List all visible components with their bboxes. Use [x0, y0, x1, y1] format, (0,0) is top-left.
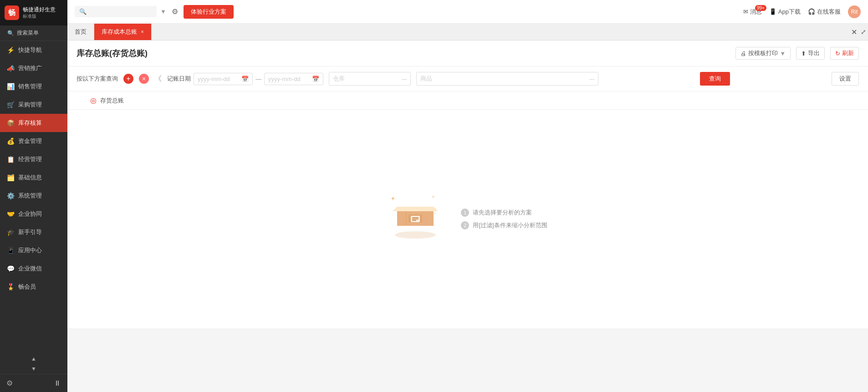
filter-collapse-icon[interactable]: 《 — [154, 74, 162, 84]
sidebar-item-operation[interactable]: 📋 经营管理 — [0, 150, 67, 168]
sidebar-item-quick-nav[interactable]: ⚡ 快捷导航 — [0, 41, 67, 59]
empty-state: ✦ ✦ ✦ 1 请先选择要分析的方案 2 用[过滤]条件来缩小分析范围 — [67, 110, 868, 328]
topbar-message[interactable]: ✉ 消息 99+ — [743, 8, 762, 16]
empty-content-row: ✦ ✦ ✦ 1 请先选择要分析的方案 2 用[过滤]条件来缩小分析范围 — [388, 189, 547, 249]
app-logo-text: 畅捷通好生意 标准版 — [23, 6, 56, 20]
date-input-group: 记账日期 yyyy-mm-dd 📅 — yyyy-mm-dd 📅 — [167, 73, 323, 85]
tab-close-icon[interactable]: × — [141, 29, 144, 35]
sidebar-item-member[interactable]: 🎖️ 畅会员 — [0, 278, 67, 296]
date-label: 记账日期 — [167, 75, 191, 83]
sidebar-item-basic[interactable]: 🗂️ 基础信息 — [0, 168, 67, 187]
tabs-bar: 首页 库存成本总账 × ✕ ⤢ — [67, 24, 868, 41]
system-icon: ⚙️ — [6, 192, 15, 200]
headset-icon: 🎧 — [808, 8, 815, 15]
enterprise-wechat-icon: 💬 — [6, 265, 15, 273]
product-select[interactable]: 商品 ··· — [416, 72, 598, 86]
refresh-icon: ↻ — [835, 50, 840, 57]
topbar-gear-icon[interactable]: ⚙ — [172, 7, 178, 16]
finance-icon: 💰 — [6, 137, 15, 145]
app-logo-icon: 畅 — [5, 5, 19, 20]
topbar-online-service[interactable]: 🎧 在线客服 — [808, 8, 841, 16]
topbar-search-area[interactable]: 🔍 — [75, 6, 157, 17]
message-icon: ✉ — [743, 8, 748, 15]
tabs-resize-icon[interactable]: ⤢ — [861, 28, 866, 36]
svg-text:✦: ✦ — [434, 211, 437, 215]
filter-label: 按以下方案查询 — [77, 75, 118, 83]
empty-svg: ✦ ✦ ✦ — [388, 189, 443, 239]
svg-text:✦: ✦ — [390, 195, 396, 202]
phone-icon: 📱 — [769, 8, 776, 15]
product-more-icon[interactable]: ··· — [589, 76, 594, 82]
sales-icon: 📊 — [6, 82, 15, 91]
sidebar-search[interactable]: 🔍 搜索菜单 — [0, 25, 67, 41]
purchase-icon: 🛒 — [6, 101, 15, 109]
industry-btn[interactable]: 体验行业方案 — [184, 5, 234, 19]
tab-inventory-ledger[interactable]: 库存成本总账 × — [94, 24, 152, 40]
tabs-bar-close-icon[interactable]: ✕ — [851, 28, 857, 36]
operation-icon: 📋 — [6, 155, 15, 163]
settings-btn[interactable]: 设置 — [832, 72, 859, 86]
page-title: 库存总账(存货总账) — [77, 48, 148, 59]
refresh-btn[interactable]: ↻ 刷新 — [830, 47, 859, 60]
topbar-app-download[interactable]: 📱 App下载 — [769, 8, 801, 16]
page-container: 库存总账(存货总账) 🖨 按模板打印 ▼ ⬆ 导出 ↻ 刷新 按以下方案查询 — [67, 41, 868, 392]
date-end-input[interactable]: yyyy-mm-dd 📅 — [264, 73, 323, 85]
sidebar-item-purchase[interactable]: 🛒 采购管理 — [0, 96, 67, 114]
enterprise-icon: 🤝 — [6, 210, 15, 218]
print-btn[interactable]: 🖨 按模板打印 ▼ — [735, 47, 791, 60]
topbar-user[interactable]: Rit — [848, 5, 861, 18]
date-start-input[interactable]: yyyy-mm-dd 📅 — [194, 73, 253, 85]
sub-filter-text: 存货总账 — [100, 97, 124, 105]
sidebar-item-system[interactable]: ⚙️ 系统管理 — [0, 187, 67, 205]
inventory-icon: 📦 — [6, 119, 15, 127]
svg-point-0 — [395, 231, 436, 239]
export-btn[interactable]: ⬆ 导出 — [796, 47, 825, 60]
print-icon: 🖨 — [740, 50, 746, 57]
sidebar-scroll-up[interactable]: ▲ — [0, 354, 67, 364]
sidebar-item-enterprise[interactable]: 🤝 企业协同 — [0, 205, 67, 223]
topbar-search-text — [89, 8, 117, 15]
filter-del-btn[interactable]: × — [139, 74, 149, 84]
topbar-search-icon: 🔍 — [79, 8, 87, 15]
sidebar-logo: 畅 畅捷通好生意 标准版 — [0, 0, 67, 25]
query-btn[interactable]: 查询 — [700, 72, 730, 86]
sidebar: 畅 畅捷通好生意 标准版 🔍 搜索菜单 ⚡ 快捷导航 📣 营销推广 📊 销售管理… — [0, 0, 67, 392]
marketing-icon: 📣 — [6, 64, 15, 72]
settings-footer-icon[interactable]: ⚙ — [6, 379, 13, 387]
sidebar-item-newbie[interactable]: 🎓 新手引导 — [0, 223, 67, 241]
tab-home[interactable]: 首页 — [67, 24, 94, 40]
sidebar-item-app-center[interactable]: 📱 应用中心 — [0, 241, 67, 260]
topbar-dropdown-icon[interactable]: ▼ — [160, 8, 166, 15]
calendar-end-icon: 📅 — [312, 76, 319, 82]
sidebar-item-enterprise-wechat[interactable]: 💬 企业微信 — [0, 260, 67, 278]
collapse-icon[interactable]: ⏸ — [54, 379, 61, 387]
sub-filter: ◎ 存货总账 — [67, 92, 868, 110]
warehouse-select[interactable]: 仓库 ··· — [329, 72, 411, 86]
sidebar-item-sales[interactable]: 📊 销售管理 — [0, 77, 67, 96]
sidebar-nav: ⚡ 快捷导航 📣 营销推广 📊 销售管理 🛒 采购管理 📦 库存核算 💰 资金管… — [0, 41, 67, 354]
print-dropdown-icon: ▼ — [780, 50, 786, 57]
filter-add-btn[interactable]: + — [123, 74, 133, 84]
warehouse-more-icon[interactable]: ··· — [402, 76, 407, 82]
topbar-left: 🔍 ▼ ⚙ 体验行业方案 — [75, 5, 743, 19]
export-icon: ⬆ — [801, 50, 806, 57]
page-actions: 🖨 按模板打印 ▼ ⬆ 导出 ↻ 刷新 — [735, 47, 859, 60]
filter-bar: 按以下方案查询 + × 《 记账日期 yyyy-mm-dd 📅 — yyyy-m… — [67, 66, 868, 92]
user-avatar: Rit — [848, 5, 861, 18]
empty-hint-item-1: 1 请先选择要分析的方案 — [461, 209, 547, 217]
sub-filter-icon: ◎ — [90, 96, 97, 105]
empty-illustration: ✦ ✦ ✦ — [388, 189, 443, 239]
empty-hint-item-2: 2 用[过滤]条件来缩小分析范围 — [461, 221, 547, 229]
topbar: 🔍 ▼ ⚙ 体验行业方案 ✉ 消息 99+ 📱 App下载 🎧 在线客服 — [67, 0, 868, 24]
basic-icon: 🗂️ — [6, 173, 15, 182]
sidebar-item-marketing[interactable]: 📣 营销推广 — [0, 59, 67, 77]
member-icon: 🎖️ — [6, 283, 15, 291]
sidebar-item-inventory[interactable]: 📦 库存核算 — [0, 114, 67, 132]
quick-nav-icon: ⚡ — [6, 46, 15, 54]
newbie-icon: 🎓 — [6, 228, 15, 236]
sidebar-scroll-down[interactable]: ▼ — [0, 364, 67, 374]
sidebar-item-finance[interactable]: 💰 资金管理 — [0, 132, 67, 150]
search-icon: 🔍 — [7, 30, 14, 36]
empty-hint: 1 请先选择要分析的方案 2 用[过滤]条件来缩小分析范围 — [461, 209, 547, 229]
app-center-icon: 📱 — [6, 246, 15, 255]
